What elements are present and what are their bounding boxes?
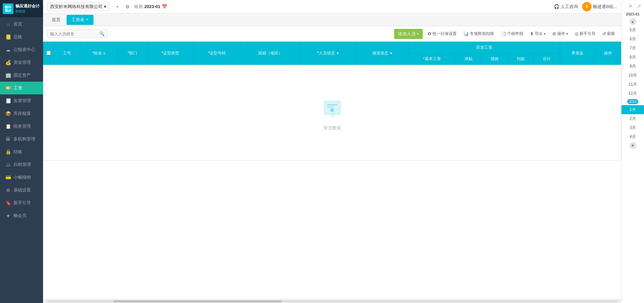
sidebar-item-ledger[interactable]: 📒 总账: [0, 31, 43, 43]
sidebar-item-member[interactable]: ★ 畅会员: [0, 209, 43, 222]
th-name[interactable]: *姓名 ⇅: [80, 42, 118, 65]
personal-tax-button[interactable]: 📑 个税申报: [499, 30, 525, 38]
personal-tax-label: 个税申报: [507, 31, 523, 37]
sidebar-item-archive[interactable]: 🗂 归档管理: [0, 158, 43, 171]
operations-button[interactable]: ⚙ 操作 ▾: [550, 30, 570, 38]
calendar-icon[interactable]: 📅: [162, 4, 167, 9]
sidebar-item-close[interactable]: 🔒 结账: [0, 145, 43, 158]
sidebar-item-salary[interactable]: 💴 工资: [0, 82, 43, 94]
social-security-label: 统一社保设置: [432, 31, 457, 37]
search-input[interactable]: [50, 32, 98, 36]
year-badge-2023[interactable]: 2023: [627, 99, 638, 104]
social-security-button[interactable]: ♻ 统一社保设置: [425, 30, 459, 38]
avatar: B: [582, 2, 592, 11]
topbar-actions: ＋ ⚙: [113, 3, 131, 11]
sidebar-item-invoice[interactable]: 🧾 发票管理: [0, 94, 43, 107]
scroll-down-button[interactable]: ▼: [630, 142, 636, 149]
month-item-2[interactable]: 2月: [621, 114, 644, 123]
month-item-1[interactable]: 1月: [621, 105, 644, 114]
sidebar-item-fixed-assets[interactable]: 🏢 固定资产: [0, 69, 43, 82]
month-label: 3月: [630, 125, 636, 130]
scroll-up-button[interactable]: ▲: [630, 18, 636, 25]
member-icon: ★: [5, 213, 11, 218]
bottom-scrollbar[interactable]: [43, 299, 621, 303]
help-label: 人工咨询: [561, 4, 578, 10]
panel-close-icon[interactable]: ✕: [627, 2, 634, 10]
month-item-5[interactable]: 5月: [621, 26, 644, 35]
rp-top-actions: ✕ ⤢: [621, 1, 644, 11]
th-checkbox[interactable]: [43, 42, 54, 65]
logo-text: 畅应通好会计: [15, 4, 40, 9]
sidebar: 畅应通好 畅应通好会计 旗舰版 ⌂ 首页 📒 总账 ☁ 云报表中心 💰 资金管理…: [0, 0, 43, 303]
sidebar-item-label: 多机构管理: [13, 136, 35, 142]
export-button[interactable]: ⬆ 导出 ▾: [528, 30, 547, 38]
sidebar-item-label: 库存核算: [13, 111, 31, 117]
company-selector[interactable]: 西安虾米网络科技有限公司 ▾: [47, 2, 109, 11]
sidebar-item-multi-org[interactable]: 🏛 多机构管理: [0, 133, 43, 145]
multi-org-icon: 🏛: [5, 136, 11, 142]
period-value: 2023-01: [144, 4, 160, 9]
tab-home[interactable]: 首页: [47, 15, 65, 25]
month-label: 8月: [630, 55, 636, 59]
name-sort-icon: ⇅: [103, 51, 106, 55]
sidebar-item-inventory[interactable]: 📦 库存核算: [0, 107, 43, 120]
month-label: 5月: [630, 28, 636, 32]
month-item-9[interactable]: 9月: [621, 62, 644, 71]
sidebar-item-cloud-report[interactable]: ☁ 云报表中心: [0, 43, 43, 56]
period-header: 2023-01: [626, 11, 639, 17]
svg-rect-2: [327, 104, 337, 105]
month-item-10[interactable]: 10月: [621, 71, 644, 80]
panel-expand-icon[interactable]: ⤢: [636, 2, 643, 10]
sidebar-item-guide[interactable]: 🔖 新手引导: [0, 197, 43, 209]
th-performance: 绩效: [482, 53, 508, 65]
sidebar-item-label: 归档管理: [13, 162, 31, 168]
sidebar-item-fund[interactable]: 💰 资金管理: [0, 56, 43, 69]
month-item-6[interactable]: 6月: [621, 35, 644, 44]
add-company-button[interactable]: ＋: [113, 3, 121, 11]
month-label: 2月: [630, 116, 636, 121]
month-item-11[interactable]: 11月: [621, 80, 644, 89]
th-deduction: 扣款: [508, 53, 534, 65]
topbar-right: 🎧 人工咨询 B 畅捷通B组...: [554, 2, 617, 11]
svg-text:?: ?: [331, 109, 333, 112]
user-label: 畅捷通B组...: [593, 4, 617, 10]
headphone-icon: 🎧: [554, 4, 559, 9]
home-icon: ⌂: [5, 21, 11, 27]
th-report-status[interactable]: 报送状态 ▼: [356, 42, 409, 65]
refresh-button[interactable]: ↺ 刷新: [600, 30, 617, 38]
sidebar-item-settings[interactable]: ⚙ 基础设置: [0, 184, 43, 197]
month-item-7[interactable]: 7月: [621, 44, 644, 53]
svg-marker-6: [330, 114, 335, 118]
sidebar-item-tax[interactable]: 📋 税务管理: [0, 120, 43, 133]
guide-button[interactable]: ◎ 新手引导: [573, 30, 598, 38]
sidebar-item-label: 税务管理: [13, 123, 31, 129]
sidebar-item-expense[interactable]: 💳 小畅报销: [0, 171, 43, 184]
add-person-arrow-icon: ▾: [417, 32, 419, 36]
settings-button[interactable]: ⚙: [123, 3, 131, 11]
month-item-8[interactable]: 8月: [621, 53, 644, 62]
tab-salary-table[interactable]: 工资表 ✕: [67, 15, 93, 25]
account-period: 账期 2023-01 📅: [134, 4, 167, 10]
th-salary-group: 应发工资: [409, 42, 560, 53]
right-panel: ✕ ⤢ 2023-01 ▲ 5月 6月 7月 8月 9月 10月 11月 12月…: [621, 0, 644, 303]
tab-close-icon[interactable]: ✕: [86, 17, 89, 22]
scrollbar-thumb[interactable]: [114, 300, 282, 302]
th-status[interactable]: *人员状态 ▼: [300, 42, 356, 65]
help-button[interactable]: 🎧 人工咨询: [554, 4, 578, 10]
add-person-button[interactable]: 添加人员 ▾: [394, 29, 423, 39]
tax-deduction-button[interactable]: 📊 专项附加扣除: [461, 30, 496, 38]
ledger-icon: 📒: [5, 34, 11, 40]
select-all-checkbox[interactable]: [46, 51, 51, 55]
empty-state: ? 暂无数据: [45, 67, 619, 158]
sidebar-item-home[interactable]: ⌂ 首页: [0, 18, 43, 31]
tab-salary-label: 工资表: [71, 17, 84, 23]
tabbar: 首页 工资表 ✕: [43, 13, 621, 26]
sidebar-logo: 畅应通好 畅应通好会计 旗舰版: [0, 0, 43, 18]
month-item-3[interactable]: 3月: [621, 123, 644, 132]
fund-icon: 💰: [5, 60, 11, 65]
month-item-4[interactable]: 4月: [621, 132, 644, 141]
logo-sub: 旗舰版: [15, 9, 40, 14]
user-menu[interactable]: B 畅捷通B组...: [582, 2, 617, 11]
th-action: 操作: [595, 42, 621, 65]
month-item-12[interactable]: 12月: [621, 89, 644, 98]
